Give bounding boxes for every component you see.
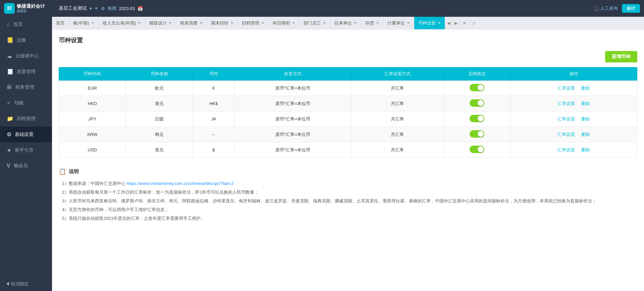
workspace-settings-icon[interactable]: ⚙ bbox=[101, 6, 105, 11]
sidebar-item-ledger[interactable]: 📒 总账 bbox=[0, 32, 52, 48]
rate-setting-link[interactable]: 汇率设置 bbox=[557, 101, 575, 106]
tab-close-icon[interactable]: ✕ bbox=[438, 21, 441, 25]
sidebar-item-basic[interactable]: ⚙ 基础设置 bbox=[0, 127, 52, 142]
tab-close-icon[interactable]: ✕ bbox=[354, 21, 357, 25]
cell-code: HKD bbox=[59, 96, 126, 111]
col-action: 操作 bbox=[511, 67, 637, 81]
delete-link[interactable]: 删除 bbox=[581, 86, 590, 91]
sidebar-item-settle[interactable]: ✓ 结账 bbox=[0, 95, 52, 111]
logo-area: 好 畅捷通好会计 旗舰版 bbox=[4, 3, 56, 14]
tab-template[interactable]: 模版设计 ✕ bbox=[145, 17, 176, 29]
rate-setting-link[interactable]: 汇率设置 bbox=[557, 116, 575, 122]
tab-partners[interactable]: 往来单位 ✕ bbox=[330, 17, 361, 29]
delete-link[interactable]: 删除 bbox=[581, 132, 590, 137]
notice-title: 📋 说明 bbox=[59, 168, 637, 175]
tab-annual-report[interactable]: 收入支出表(年报) ✕ bbox=[99, 17, 146, 29]
toggle-switch[interactable] bbox=[470, 115, 484, 122]
workspace-add-icon[interactable]: + bbox=[95, 5, 98, 12]
delete-link[interactable]: 删除 bbox=[581, 116, 590, 122]
toggle-track bbox=[470, 84, 484, 91]
rate-setting-link[interactable]: 汇率设置 bbox=[557, 147, 575, 152]
tab-home[interactable]: 首页 bbox=[52, 17, 69, 29]
calendar-icon[interactable]: 📅 bbox=[138, 6, 143, 11]
cell-status bbox=[443, 142, 510, 158]
tab-inventory[interactable]: 存货 ✕ bbox=[361, 17, 383, 29]
toggle-switch[interactable] bbox=[470, 84, 484, 91]
help-button[interactable]: 🎧 人工咨询 bbox=[594, 5, 618, 11]
delete-link[interactable]: 删除 bbox=[581, 147, 590, 152]
cell-status bbox=[443, 96, 510, 111]
toggle-thumb bbox=[478, 131, 484, 137]
gear-icon: ⚙ bbox=[7, 131, 11, 138]
sidebar-item-archive[interactable]: 📁 归档管理 bbox=[0, 111, 52, 127]
tab-bar: 首页 账(中期) ✕ 收入支出表(年报) ✕ 模版设计 ✕ 税表清册 ✕ bbox=[52, 17, 644, 30]
cell-conversion: 原币*汇率=本位币 bbox=[234, 127, 352, 142]
tab-mid-period[interactable]: 账(中期) ✕ bbox=[69, 17, 99, 29]
tab-close-icon[interactable]: ✕ bbox=[230, 21, 233, 25]
notice-item-3: 3）人民币对马来西亚林吉特、俄罗斯卢布、南非兰特、韩元、阿联酋迪拉姆、沙特里亚尔… bbox=[62, 197, 637, 205]
tab-dept-staff[interactable]: 部门员工 ✕ bbox=[300, 17, 330, 29]
workspace-dropdown-icon[interactable]: ▾ bbox=[90, 6, 92, 11]
invoice-icon: 🧾 bbox=[7, 68, 13, 75]
tab-close-icon[interactable]: ✕ bbox=[323, 21, 326, 25]
sidebar-item-reports[interactable]: ☁ 云报表中心 bbox=[0, 48, 52, 64]
cell-name: 韩元 bbox=[126, 127, 193, 142]
cell-action: 汇率设置 删除 bbox=[511, 96, 637, 111]
notice-link[interactable]: https://www.chinamoney.com.cn/chinese/bk… bbox=[127, 181, 234, 186]
tax-icon: 🏛 bbox=[7, 84, 12, 90]
cell-conversion: 原币*汇率=本位币 bbox=[234, 142, 352, 158]
rate-setting-link[interactable]: 汇率设置 bbox=[557, 86, 575, 91]
tab-close-icon[interactable]: ✕ bbox=[376, 21, 379, 25]
tab-currency[interactable]: 币种设置 ✕ bbox=[414, 17, 445, 29]
tab-maximize-button[interactable]: ⤢ bbox=[469, 17, 479, 29]
cell-name: 美元 bbox=[126, 142, 193, 158]
toggle-track bbox=[470, 146, 484, 153]
toggle-switch[interactable] bbox=[470, 99, 484, 107]
tab-next-button[interactable]: ▶ bbox=[452, 17, 460, 29]
tab-period-transfer[interactable]: 期末结转 ✕ bbox=[207, 17, 238, 29]
sidebar-item-guide[interactable]: ★ 新手引导 bbox=[0, 142, 52, 158]
user-button[interactable]: 会计 bbox=[622, 4, 640, 13]
sidebar-item-invoice[interactable]: 🧾 发票管理 bbox=[0, 64, 52, 80]
cell-rate-type: 月汇率 bbox=[352, 81, 444, 96]
tab-close-icon[interactable]: ✕ bbox=[200, 21, 203, 25]
delete-link[interactable]: 删除 bbox=[581, 101, 590, 106]
tab-close-icon[interactable]: ✕ bbox=[91, 21, 94, 25]
sidebar-item-tax[interactable]: 🏛 税务管理 bbox=[0, 80, 52, 95]
new-currency-button[interactable]: 新增币种 bbox=[605, 51, 637, 62]
toggle-switch[interactable] bbox=[470, 146, 484, 153]
tab-close-icon[interactable]: ✕ bbox=[407, 21, 410, 25]
notice-item-1: 1）数据来源：中国外汇交易中心 https://www.chinamoney.c… bbox=[62, 179, 637, 188]
cell-symbol: -- bbox=[193, 127, 234, 142]
period-value: 2023-03 bbox=[119, 6, 135, 11]
table-row: KRW 韩元 -- 原币*汇率=本位币 月汇率 汇率设置 删除 bbox=[59, 127, 637, 142]
notice-item-2: 2）系统自动获取每月第一个工作日的汇率标价，统一为直接标价法，即1外币可以兑换的… bbox=[62, 188, 637, 197]
table-row: EUR 欧元 € 原币*汇率=本位币 月汇率 汇率设置 删除 bbox=[59, 81, 637, 96]
cancel-fixed-button[interactable]: ◀ 取消固定 bbox=[5, 281, 47, 287]
table-row: HKD 港元 HK$ 原币*汇率=本位币 月汇率 汇率设置 删除 bbox=[59, 96, 637, 111]
tab-subject-init[interactable]: 科目期初 ✕ bbox=[269, 17, 300, 29]
tab-close-icon[interactable]: ✕ bbox=[169, 21, 172, 25]
tab-close-icon[interactable]: ✕ bbox=[292, 21, 295, 25]
toggle-track bbox=[470, 130, 484, 138]
rate-setting-link[interactable]: 汇率设置 bbox=[557, 132, 575, 137]
logo-text: 畅捷通好会计 旗舰版 bbox=[17, 3, 45, 14]
tab-unit[interactable]: 计量单位 ✕ bbox=[383, 17, 414, 29]
tab-tax-list[interactable]: 税表清册 ✕ bbox=[176, 17, 207, 29]
tab-archive-mgmt[interactable]: 归档管理 ✕ bbox=[238, 17, 269, 29]
table-row: USD 美元 $ 原币*汇率=本位币 月汇率 汇率设置 删除 bbox=[59, 142, 637, 158]
cell-name: 港元 bbox=[126, 96, 193, 111]
sidebar-bottom: ◀ 取消固定 bbox=[0, 277, 52, 291]
page-title: 币种设置 bbox=[59, 36, 637, 44]
cell-code: JPY bbox=[59, 111, 126, 127]
top-header: 好 畅捷通好会计 旗舰版 基层工会测试 ▾ + ⚙ 账期 2023-03 📅 🎧… bbox=[0, 0, 644, 17]
tab-prev-button[interactable]: ◀ bbox=[445, 17, 452, 29]
member-icon: V bbox=[7, 163, 10, 169]
toggle-switch[interactable] bbox=[470, 130, 484, 138]
sidebar-item-member[interactable]: V 畅会员 bbox=[0, 158, 52, 174]
sidebar-item-home[interactable]: ⌂ 首页 bbox=[0, 17, 52, 32]
tab-close-icon[interactable]: ✕ bbox=[261, 21, 264, 25]
toggle-track bbox=[470, 99, 484, 107]
tab-close-icon[interactable]: ✕ bbox=[138, 21, 141, 25]
tab-close-all-button[interactable]: ✕ bbox=[460, 17, 469, 29]
